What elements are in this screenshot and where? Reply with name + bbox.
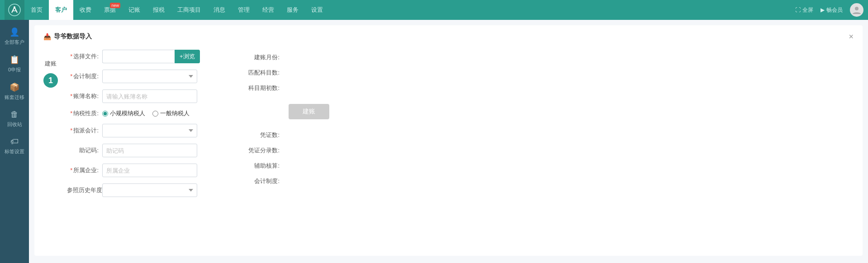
company-input[interactable] (102, 164, 197, 177)
ledger-name-row: *账簿名称: (67, 89, 221, 103)
initial-balance-label: 科目期初数: (239, 84, 280, 92)
file-select-row: *选择文件: +浏览 (67, 50, 221, 63)
topnav-right: ⛶ 全屏 ▶ 畅会员 (795, 3, 863, 17)
nav-tax[interactable]: 报税 (147, 0, 171, 20)
info-row-accounting-system: 会计制度: (239, 177, 329, 185)
all-customers-icon: 👤 (9, 27, 19, 37)
declare-icon: 📋 (9, 55, 19, 65)
nav-biz[interactable]: 工商项目 (171, 0, 207, 20)
new-badge: new (110, 3, 120, 8)
nav-home[interactable]: 首页 (24, 0, 49, 20)
info-row-build-month: 建账月份: (239, 53, 329, 61)
info-row-voucher-entry-count: 凭证分录数: (239, 146, 329, 155)
file-input[interactable] (102, 50, 175, 63)
memo-code-label: 助记码: (67, 146, 99, 155)
fullscreen-button[interactable]: ⛶ 全屏 (795, 6, 813, 14)
top-navigation: 首页 客户 收费 票据 new 记账 报税 工商项目 消息 管理 经营 服务 设… (0, 0, 868, 20)
nav-customer[interactable]: 客户 (49, 0, 73, 20)
assign-accountant-select[interactable] (102, 124, 197, 137)
user-avatar[interactable] (850, 3, 863, 17)
fullscreen-icon: ⛶ (795, 7, 801, 13)
nav-invoice[interactable]: 票据 new (98, 0, 122, 20)
info-panel: 建账月份: 匹配科目数: 科目期初数: 建账 (239, 53, 329, 185)
accounting-system-select[interactable] (102, 70, 197, 83)
assign-accountant-row: *指派会计: (67, 124, 221, 137)
ledger-name-input[interactable] (102, 89, 197, 103)
right-panel: 建账月份: 匹配科目数: 科目期初数: 建账 (239, 50, 329, 197)
match-count-label: 匹配科目数: (239, 69, 280, 77)
memo-code-row: 助记码: (67, 144, 221, 157)
voucher-count-label: 凭证数: (239, 131, 280, 139)
form-container: 建账 1 *选择文件: +浏览 (43, 50, 854, 197)
sidebar-item-declare[interactable]: 📋 0申报 (0, 51, 29, 77)
nav-service[interactable]: 服务 (280, 0, 305, 20)
tax-type-label: *纳税性质: (67, 109, 99, 117)
tax-type-row: *纳税性质: 小规模纳税人 一般纳税人 (67, 109, 221, 117)
sidebar-item-recycle[interactable]: 🗑 回收站 (0, 106, 29, 132)
info-row-aux-accounting: 辅助核算: (239, 162, 329, 170)
sidebar: 👤 全部客户 📋 0申报 📦 账套迁移 🗑 回收站 🏷 标签设置 (0, 20, 29, 263)
voucher-entry-count-label: 凭证分录数: (239, 146, 280, 155)
nav-settings[interactable]: 设置 (305, 0, 329, 20)
close-button[interactable]: × (849, 33, 854, 41)
accounting-system-info-label: 会计制度: (239, 177, 280, 185)
app-logo[interactable] (5, 0, 24, 20)
vip-icon: ▶ (821, 7, 825, 13)
step-badge: 1 (43, 73, 58, 88)
vip-button[interactable]: ▶ 畅会员 (821, 6, 843, 14)
nav-operation[interactable]: 经营 (256, 0, 280, 20)
memo-code-input[interactable] (102, 144, 197, 157)
page-area: 📥 导爷数据导入 × 建账 1 *选择文 (34, 25, 863, 256)
tax-general-option[interactable]: 一般纳税人 (152, 109, 190, 117)
accounting-system-label: *会计制度: (67, 72, 99, 80)
history-year-label: 参照历史年度: (67, 186, 99, 194)
sidebar-item-all-customers[interactable]: 👤 全部客户 (0, 23, 29, 49)
sidebar-item-tag-settings[interactable]: 🏷 标签设置 (0, 133, 29, 159)
svg-point-1 (14, 6, 15, 8)
main-layout: 👤 全部客户 📋 0申报 📦 账套迁移 🗑 回收站 🏷 标签设置 📥 导爷数据导… (0, 20, 868, 263)
file-input-wrap: +浏览 (102, 50, 200, 63)
build-month-label: 建账月份: (239, 53, 280, 61)
tax-small-radio[interactable] (102, 111, 108, 117)
ledger-name-label: *账簿名称: (67, 92, 99, 100)
info-row-initial-balance: 科目期初数: (239, 84, 329, 92)
tax-type-radio-group: 小规模纳税人 一般纳税人 (102, 109, 190, 117)
company-row: *所属企业: (67, 164, 221, 177)
nav-bookkeeping[interactable]: 记账 (122, 0, 147, 20)
file-select-label: *选择文件: (67, 52, 99, 61)
tag-settings-icon: 🏷 (10, 137, 19, 146)
browse-button[interactable]: +浏览 (175, 50, 200, 63)
company-label: *所属企业: (67, 166, 99, 174)
nav-management[interactable]: 管理 (232, 0, 256, 20)
info-row-voucher-count: 凭证数: (239, 131, 329, 139)
step-label: 建账 (45, 60, 57, 68)
page-title: 📥 导爷数据导入 (43, 33, 854, 41)
tax-small-option[interactable]: 小规模纳税人 (102, 109, 145, 117)
main-content: 📥 导爷数据导入 × 建账 1 *选择文 (29, 20, 868, 263)
history-year-row: 参照历史年度: (67, 183, 221, 197)
tax-general-radio[interactable] (152, 111, 158, 117)
page-title-icon: 📥 (43, 33, 51, 40)
account-migrate-icon: 📦 (9, 82, 19, 92)
svg-point-2 (855, 7, 859, 10)
nav-fee[interactable]: 收费 (73, 0, 98, 20)
svg-point-0 (9, 4, 20, 16)
history-year-select[interactable] (102, 183, 197, 197)
accounting-system-row: *会计制度: (67, 70, 221, 83)
step-section: 建账 1 *选择文件: +浏览 (43, 50, 221, 197)
aux-accounting-label: 辅助核算: (239, 162, 280, 170)
assign-accountant-label: *指派会计: (67, 127, 99, 135)
form-fields: *选择文件: +浏览 *会计制度: (67, 50, 221, 197)
nav-message[interactable]: 消息 (207, 0, 232, 20)
recycle-icon: 🗑 (10, 110, 19, 119)
info-row-match-count: 匹配科目数: (239, 69, 329, 77)
sidebar-item-account-migrate[interactable]: 📦 账套迁移 (0, 79, 29, 104)
build-account-button[interactable]: 建账 (289, 104, 329, 119)
